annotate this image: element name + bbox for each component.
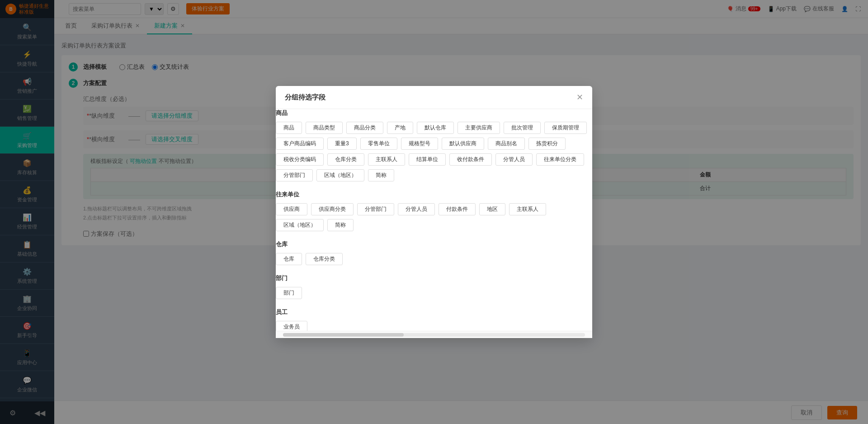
field-tag[interactable]: 商品别名 xyxy=(488,138,525,150)
field-tag[interactable]: 批次管理 xyxy=(504,122,541,134)
modal-body: 商品商品商品类型商品分类产地默认仓库主要供应商批次管理保质期管理客户商品编码重量… xyxy=(276,109,592,331)
field-tag[interactable]: 主要供应商 xyxy=(458,122,500,134)
field-tag[interactable]: 分管部门 xyxy=(357,203,394,215)
field-tag[interactable]: 主联系人 xyxy=(509,203,546,215)
field-tag[interactable]: 默认仓库 xyxy=(417,122,454,134)
field-tag[interactable]: 拣货积分 xyxy=(528,138,566,150)
field-section-warehouse: 仓库仓库仓库分类 xyxy=(276,240,592,265)
field-tag[interactable]: 收付款条件 xyxy=(449,153,492,166)
field-tag[interactable]: 简称 xyxy=(327,219,354,231)
field-tag[interactable]: 商品 xyxy=(276,122,302,134)
field-tag[interactable]: 供应商分类 xyxy=(311,203,354,215)
modal-title: 分组待选字段 xyxy=(285,93,326,102)
field-tag[interactable]: 付款条件 xyxy=(439,203,476,215)
modal-scroll-bar[interactable] xyxy=(276,331,592,338)
field-section-title-product: 商品 xyxy=(276,109,592,117)
field-tag[interactable]: 仓库分类 xyxy=(306,253,343,265)
field-section-product: 商品商品商品类型商品分类产地默认仓库主要供应商批次管理保质期管理客户商品编码重量… xyxy=(276,109,592,181)
scroll-thumb[interactable] xyxy=(283,333,404,337)
field-tags-product: 商品商品类型商品分类产地默认仓库主要供应商批次管理保质期管理客户商品编码重量3零… xyxy=(276,122,592,181)
field-tag[interactable]: 区域（地区） xyxy=(316,169,364,181)
field-section-counterpart: 往来单位供应商供应商分类分管部门分管人员付款条件地区主联系人区域（地区）简称 xyxy=(276,191,592,231)
field-select-modal: 分组待选字段 ✕ 商品商品商品类型商品分类产地默认仓库主要供应商批次管理保质期管… xyxy=(276,86,592,338)
field-tags-counterpart: 供应商供应商分类分管部门分管人员付款条件地区主联系人区域（地区）简称 xyxy=(276,203,592,231)
field-tag[interactable]: 部门 xyxy=(276,287,302,299)
field-tag[interactable]: 商品分类 xyxy=(346,122,383,134)
field-tag[interactable]: 仓库分类 xyxy=(327,153,364,166)
field-section-employee: 员工业务员 xyxy=(276,308,592,331)
field-tag[interactable]: 分管人员 xyxy=(398,203,435,215)
field-tag[interactable]: 供应商 xyxy=(276,203,307,215)
field-section-title-employee: 员工 xyxy=(276,308,592,316)
field-tag[interactable]: 结算单位 xyxy=(409,153,446,166)
field-section-title-department: 部门 xyxy=(276,274,592,282)
field-tag[interactable]: 分管人员 xyxy=(495,153,533,166)
field-tag[interactable]: 商品类型 xyxy=(306,122,343,134)
field-section-department: 部门部门 xyxy=(276,274,592,299)
field-tag[interactable]: 往来单位分类 xyxy=(536,153,584,166)
field-tag[interactable]: 主联系人 xyxy=(368,153,405,166)
field-tag[interactable]: 客户商品编码 xyxy=(276,138,324,150)
scroll-track xyxy=(283,333,585,337)
field-tags-employee: 业务员 xyxy=(276,321,592,331)
field-tags-department: 部门 xyxy=(276,287,592,299)
modal-overlay: 分组待选字段 ✕ 商品商品商品类型商品分类产地默认仓库主要供应商批次管理保质期管… xyxy=(0,0,868,424)
field-tag[interactable]: 仓库 xyxy=(276,253,302,265)
field-tags-warehouse: 仓库仓库分类 xyxy=(276,253,592,265)
field-section-title-counterpart: 往来单位 xyxy=(276,191,592,199)
field-tag[interactable]: 规格型号 xyxy=(401,138,438,150)
field-tag[interactable]: 地区 xyxy=(479,203,505,215)
field-tag[interactable]: 默认供应商 xyxy=(442,138,484,150)
field-section-title-warehouse: 仓库 xyxy=(276,240,592,248)
field-tag[interactable]: 重量3 xyxy=(327,138,357,150)
field-tag[interactable]: 税收分类编码 xyxy=(276,153,324,166)
field-tag[interactable]: 简称 xyxy=(368,169,394,181)
field-tag[interactable]: 零售单位 xyxy=(360,138,397,150)
field-tag[interactable]: 区域（地区） xyxy=(276,219,324,231)
field-tag[interactable]: 保质期管理 xyxy=(544,122,587,134)
modal-close-button[interactable]: ✕ xyxy=(576,92,583,102)
field-tag[interactable]: 分管部门 xyxy=(276,169,313,181)
modal-header: 分组待选字段 ✕ xyxy=(276,86,592,109)
field-tag[interactable]: 业务员 xyxy=(276,321,307,331)
field-tag[interactable]: 产地 xyxy=(387,122,413,134)
